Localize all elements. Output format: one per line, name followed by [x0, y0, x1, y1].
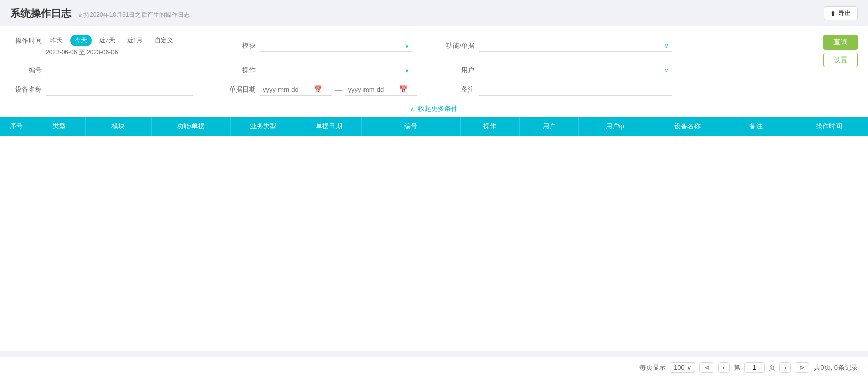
pagination-bar: 每页显示 100 ∨ ⊲ ‹ 第 页 › ⊳ 共0页, 0条记录 [0, 357, 868, 378]
last-page-btn[interactable]: ⊳ [795, 362, 809, 373]
col-device: 设备名称 [651, 117, 723, 136]
date-start-wrap[interactable]: 📅 [260, 83, 332, 96]
page-title: 系统操作日志 [10, 7, 71, 20]
module-label: 模块 [224, 41, 260, 50]
filter-section: 操作时间 昨天 今天 近7天 近1月 自定义 2023-06-06 至 2023… [0, 26, 868, 117]
number-input-start[interactable] [46, 64, 107, 76]
col-number: 编号 [361, 117, 460, 136]
page-subtitle: 支持2020年10月31日之后产生的操作日志 [77, 11, 190, 19]
col-user: 用户 [519, 117, 578, 136]
page-wrapper: 系统操作日志 支持2020年10月31日之后产生的操作日志 ⬆ 导出 操作时间 … [0, 0, 868, 378]
col-operation: 操作 [460, 117, 519, 136]
query-button[interactable]: 查询 [823, 35, 858, 50]
page-label: 第 [734, 363, 740, 372]
col-remark: 备注 [723, 117, 789, 136]
number-dash: — [110, 67, 117, 74]
filter-row-2: 编号 — 操作 ∨ 用户 ∨ [10, 64, 858, 76]
date-dash: — [335, 86, 342, 94]
export-button[interactable]: ⬆ 导出 [824, 6, 858, 20]
page-input[interactable] [744, 362, 765, 373]
number-input-end[interactable] [120, 64, 211, 76]
collapse-icon: ∧ [410, 106, 414, 112]
first-page-btn[interactable]: ⊲ [699, 362, 714, 373]
user-label: 用户 [438, 66, 479, 75]
col-biz-type: 业务类型 [230, 117, 296, 136]
last1month-btn[interactable]: 近1月 [123, 35, 148, 46]
page-suffix: 页 [769, 363, 775, 372]
col-module: 模块 [86, 117, 151, 136]
time-options: 昨天 今天 近7天 近1月 自定义 [46, 35, 178, 46]
col-function: 功能/单据 [151, 117, 230, 136]
col-user-ip: 用户ip [579, 117, 651, 136]
filter-row-1: 操作时间 昨天 今天 近7天 近1月 自定义 2023-06-06 至 2023… [10, 35, 858, 57]
scrollbar-area[interactable] [0, 351, 868, 357]
col-index: 序号 [0, 117, 33, 136]
date-end-wrap[interactable]: 📅 [345, 83, 418, 96]
operation-chevron-icon: ∨ [405, 67, 409, 74]
export-icon: ⬆ [830, 10, 836, 17]
function-select[interactable]: ∨ [479, 40, 672, 52]
page-header: 系统操作日志 支持2020年10月31日之后产生的操作日志 ⬆ 导出 [0, 0, 868, 26]
prev-page-btn[interactable]: ‹ [718, 362, 730, 373]
per-page-label: 每页显示 [639, 363, 666, 372]
user-chevron-icon: ∨ [664, 67, 669, 74]
function-label: 功能/单据 [438, 41, 479, 50]
operation-time-label: 操作时间 [10, 36, 46, 45]
date-end-input[interactable] [348, 85, 399, 93]
device-input[interactable] [46, 83, 193, 96]
export-label: 导出 [838, 9, 851, 18]
page-header-left: 系统操作日志 支持2020年10月31日之后产生的操作日志 [10, 7, 190, 20]
date-range-text: 2023-06-06 至 2023-06-06 [46, 49, 118, 56]
module-select[interactable]: ∨ [260, 40, 412, 52]
per-page-chevron-icon: ∨ [687, 364, 692, 371]
custom-btn[interactable]: 自定义 [150, 35, 178, 46]
date-start-input[interactable] [263, 85, 314, 93]
today-btn[interactable]: 今天 [70, 35, 92, 46]
col-voucher-date: 单据日期 [296, 117, 361, 136]
col-type: 类型 [33, 117, 86, 136]
operation-label: 操作 [224, 66, 260, 75]
settings-button[interactable]: 设置 [823, 53, 858, 67]
next-page-btn[interactable]: › [779, 362, 791, 373]
table-container: 序号 类型 模块 功能/单据 业务类型 单据日期 编号 操作 用户 用户ip 设… [0, 117, 868, 351]
user-select[interactable]: ∨ [479, 65, 672, 76]
per-page-value: 100 [674, 364, 685, 371]
calendar-end-icon[interactable]: 📅 [399, 85, 407, 93]
remark-input[interactable] [479, 83, 672, 96]
remark-label: 备注 [438, 85, 479, 94]
total-text: 共0页, 0条记录 [814, 363, 858, 372]
collapse-bar[interactable]: ∧ 收起更多条件 [10, 101, 858, 117]
filter-row-3: 设备名称 单据日期 📅 — 📅 备注 [10, 83, 858, 96]
action-buttons: 查询 设置 [823, 35, 858, 67]
number-label: 编号 [10, 66, 46, 75]
col-op-time: 操作时间 [789, 117, 868, 136]
collapse-label: 收起更多条件 [418, 105, 458, 112]
table-header: 序号 类型 模块 功能/单据 业务类型 单据日期 编号 操作 用户 用户ip 设… [0, 117, 868, 136]
last7days-btn[interactable]: 近7天 [95, 35, 120, 46]
calendar-start-icon[interactable]: 📅 [314, 85, 322, 93]
device-label: 设备名称 [10, 85, 46, 94]
per-page-select[interactable]: 100 ∨ [670, 362, 695, 373]
operation-select[interactable]: ∨ [260, 65, 412, 76]
module-chevron-icon: ∨ [405, 42, 409, 49]
data-table: 序号 类型 模块 功能/单据 业务类型 单据日期 编号 操作 用户 用户ip 设… [0, 117, 868, 136]
yesterday-btn[interactable]: 昨天 [46, 35, 67, 46]
voucher-date-label: 单据日期 [224, 85, 260, 94]
empty-area [0, 136, 868, 314]
function-chevron-icon: ∨ [664, 42, 669, 49]
